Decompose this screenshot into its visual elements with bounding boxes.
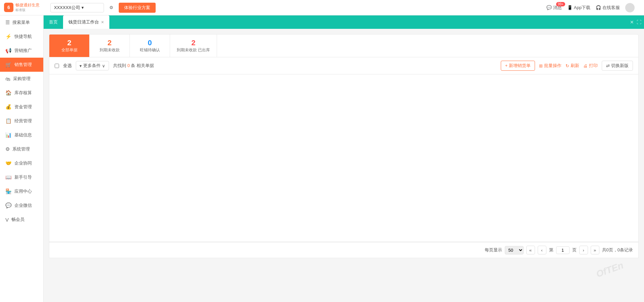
refresh-icon: ↻ xyxy=(566,63,569,68)
sidebar-item-basic-info[interactable]: 📊 基础信息 xyxy=(0,128,43,142)
inventory-icon: 🏠 xyxy=(5,90,12,96)
filter-button[interactable]: ▾ 更多条件 ∨ xyxy=(76,61,109,70)
message-icon: 💬 xyxy=(546,5,552,10)
sidebar-item-search[interactable]: ☰ 搜索菜单 xyxy=(0,15,43,29)
tab-bar-actions: ✕ ⛶ xyxy=(630,19,644,25)
stats-tabs: 2 全部单据 2 到期未收款 0 旺铺待确认 2 到期未收款 已出库 xyxy=(49,34,639,57)
stats-tab-overdue[interactable]: 2 到期未收款 xyxy=(90,35,130,57)
found-text: 共找到 0 条 相关单据 xyxy=(113,63,154,69)
sidebar: ☰ 搜索菜单 ⚡ 快捷导航 📢 营销推广 🛒 销售管理 🛍 采购管理 🏠 库存核… xyxy=(0,15,44,302)
sidebar-item-inventory[interactable]: 🏠 库存核算 xyxy=(0,86,43,100)
operations-icon: 📋 xyxy=(5,118,12,124)
page-suffix: 页 xyxy=(572,247,577,253)
filter-icon: ▾ xyxy=(79,63,82,68)
sidebar-item-marketing[interactable]: 📢 营销推广 xyxy=(0,44,43,58)
per-page-select[interactable]: 50 100 200 xyxy=(505,246,524,254)
main-content: 2 全部单据 2 到期未收款 0 旺铺待确认 2 到期未收款 已出库 全选 ▾ … xyxy=(44,29,644,302)
tab-close-icon[interactable]: ✕ xyxy=(101,20,104,24)
sidebar-item-quick-nav[interactable]: ⚡ 快捷导航 xyxy=(0,29,43,44)
wechat-icon: 💬 xyxy=(5,202,12,208)
prev-page-button[interactable]: ‹ xyxy=(538,246,546,254)
toolbar: 全选 ▾ 更多条件 ∨ 共找到 0 条 相关单据 + 新增销货单 ⊞ 批量操作 … xyxy=(49,57,639,74)
first-page-button[interactable]: « xyxy=(526,246,535,254)
sidebar-item-enterprise[interactable]: 🤝 企业协同 xyxy=(0,156,43,170)
basic-info-icon: 📊 xyxy=(5,132,12,138)
member-icon: V xyxy=(5,217,9,223)
maximize-icon[interactable]: ⛶ xyxy=(637,19,641,25)
tab-work-bench[interactable]: 钱货日清工作台 ✕ xyxy=(63,15,109,29)
logo-text: 畅捷通好生意 标准版 xyxy=(15,3,40,12)
trial-button[interactable]: 体验行业方案 xyxy=(119,3,156,13)
sales-icon: 🛒 xyxy=(5,62,12,68)
search-menu-icon: ☰ xyxy=(5,19,10,25)
quick-nav-icon: ⚡ xyxy=(5,34,12,40)
select-all-checkbox[interactable] xyxy=(55,64,59,68)
tab-home[interactable]: 首页 xyxy=(44,15,63,29)
online-service-button[interactable]: 🎧 在线客服 xyxy=(596,5,620,11)
next-page-button[interactable]: › xyxy=(579,246,588,254)
stats-tab-all[interactable]: 2 全部单据 xyxy=(49,35,90,57)
chevron-down-icon: ▾ xyxy=(82,5,84,10)
top-header: 6 畅捷通好生意 标准版 XXXXXX公司 ▾ ⚙ 体验行业方案 💬 消息 99… xyxy=(0,0,644,15)
last-page-button[interactable]: » xyxy=(591,246,599,254)
system-icon: ⚙ xyxy=(5,146,10,152)
per-page-label: 每页显示 xyxy=(485,247,502,253)
guide-icon: 📖 xyxy=(5,174,12,180)
purchase-icon: 🛍 xyxy=(5,76,10,82)
company-selector[interactable]: XXXXXX公司 ▾ xyxy=(50,3,104,12)
refresh-button[interactable]: ↻ 刷新 xyxy=(566,63,579,69)
sidebar-item-member[interactable]: V 畅会员 xyxy=(0,213,43,227)
new-sales-order-button[interactable]: + 新增销货单 xyxy=(501,61,535,71)
sidebar-item-app-center[interactable]: 🏪 应用中心 xyxy=(0,184,43,198)
messages-button[interactable]: 💬 消息 99+ xyxy=(546,5,562,11)
sidebar-item-wechat[interactable]: 💬 企业微信 xyxy=(0,198,43,213)
sidebar-item-operations[interactable]: 📋 经营管理 xyxy=(0,114,43,128)
stats-tab-wangpu[interactable]: 0 旺铺待确认 xyxy=(130,35,170,57)
sidebar-item-system[interactable]: ⚙ 系统管理 xyxy=(0,142,43,156)
batch-operation-button[interactable]: ⊞ 批量操作 xyxy=(539,63,561,69)
select-all-label: 全选 xyxy=(63,63,72,69)
batch-icon: ⊞ xyxy=(539,63,543,68)
settings-icon[interactable]: ⚙ xyxy=(107,3,116,12)
sidebar-item-finance[interactable]: 💰 资金管理 xyxy=(0,100,43,114)
sidebar-item-sales[interactable]: 🛒 销售管理 xyxy=(0,58,43,72)
switch-version-button[interactable]: ⇄ 切换新版 xyxy=(602,61,633,71)
finance-icon: 💰 xyxy=(5,104,12,110)
toolbar-right: + 新增销货单 ⊞ 批量操作 ↻ 刷新 🖨 打印 ⇄ 切换新版 xyxy=(501,61,633,71)
header-right: 💬 消息 99+ 📱 App下载 🎧 在线客服 xyxy=(546,3,640,12)
print-button[interactable]: 🖨 打印 xyxy=(583,63,598,69)
app-download-button[interactable]: 📱 App下载 xyxy=(567,5,590,11)
stats-tab-shipped[interactable]: 2 到期未收款 已出库 xyxy=(170,35,217,57)
switch-icon: ⇄ xyxy=(606,63,610,68)
current-page-input[interactable] xyxy=(556,246,570,254)
sidebar-item-purchase[interactable]: 🛍 采购管理 xyxy=(0,72,43,86)
headset-icon: 🎧 xyxy=(596,5,601,10)
total-label: 共0页，0条记录 xyxy=(602,247,633,253)
app-center-icon: 🏪 xyxy=(5,188,12,194)
logo-icon: 6 xyxy=(4,3,13,12)
enterprise-icon: 🤝 xyxy=(5,160,12,166)
minimize-icon[interactable]: ✕ xyxy=(630,19,634,25)
sidebar-item-guide[interactable]: 📖 新手引导 xyxy=(0,170,43,184)
table-area xyxy=(49,74,639,242)
download-icon: 📱 xyxy=(567,5,573,10)
print-icon: 🖨 xyxy=(583,63,588,68)
marketing-icon: 📢 xyxy=(5,48,12,54)
avatar[interactable] xyxy=(625,3,635,12)
tab-bar: 首页 钱货日清工作台 ✕ ✕ ⛶ xyxy=(44,15,644,29)
pagination: 每页显示 50 100 200 « ‹ 第 页 › » 共0页，0条记录 xyxy=(49,242,639,258)
chevron-down-icon: ∨ xyxy=(102,63,105,68)
page-label: 第 xyxy=(549,247,553,253)
logo-area: 6 畅捷通好生意 标准版 xyxy=(4,3,48,12)
